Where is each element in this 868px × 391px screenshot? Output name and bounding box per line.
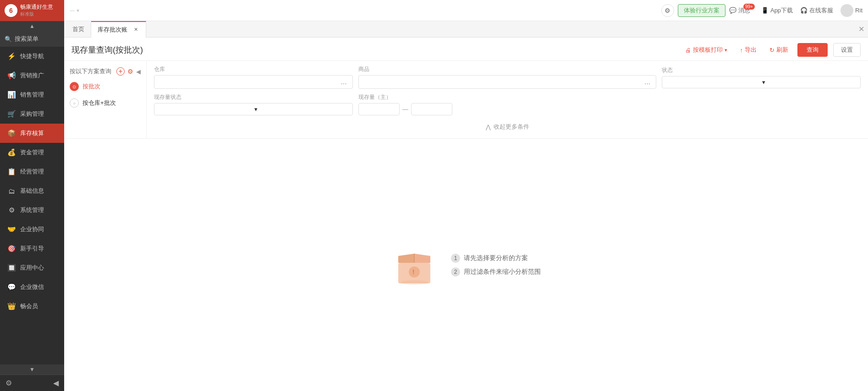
warehouse-input[interactable] [158,79,337,86]
quantity-from-input[interactable] [358,103,400,115]
sidebar-item-guide[interactable]: 🎯 新手引导 [0,239,64,258]
svg-point-6 [401,280,428,285]
purchase-icon: 🛒 [7,110,16,118]
sidebar-item-finance[interactable]: 💰 资金管理 [0,143,64,162]
scheme-by-warehouse-batch[interactable]: ○ 按仓库+批次 [64,95,146,111]
headset-icon: 🎧 [800,7,808,14]
quantity-to-input[interactable] [411,103,452,115]
filter-sidebar-header: 按以下方案查询 + ⚙ ◀ [64,65,146,78]
refresh-label: 刷新 [776,46,788,54]
collapse-filters-button[interactable]: ⋀ 收起更多条件 [154,120,861,134]
inventory-status-field: 现存量状态 ▾ [154,93,353,115]
quick-nav-icon: ⚡ [7,52,16,60]
apps-icon: 🔲 [7,264,16,272]
print-button[interactable]: 🖨 按模板打印 ▾ [681,44,731,56]
wechat-icon: 💬 [7,283,16,291]
breadcrumb-text: ··· [70,7,75,14]
status-chevron-icon: ▾ [762,79,857,86]
warehouse-dots[interactable]: ... [339,78,348,86]
scheme-active-icon: ⊙ [70,82,79,91]
sidebar-header: 6 畅康通好生意 标准版 [0,0,64,21]
query-button[interactable]: 查询 [797,43,828,57]
sidebar-item-label: 营销推广 [20,71,44,80]
sidebar-item-label: 快捷导航 [20,52,44,60]
filter-container: 按以下方案查询 + ⚙ ◀ ⊙ 按批次 [64,61,868,139]
breadcrumb-arrow: ▾ [77,7,79,14]
tabs-close-panel: ✕ [858,25,868,33]
app-subtitle: 标准版 [20,11,53,17]
quantity-main-label: 现存量（主） [358,93,657,101]
filter-row-1: 仓库 ... 商品 ... [154,65,861,89]
refresh-icon: ↻ [769,47,775,54]
page-panel: 现存量查询(按批次) 🖨 按模板打印 ▾ ↑ 导出 ↻ 刷新 [64,38,868,391]
inventory-status-select[interactable]: ▾ [154,103,353,115]
empty-hint-1: 1 请先选择要分析的方案 [451,254,541,263]
sidebar-footer: ⚙ ◀ [0,375,64,391]
print-label: 按模板打印 [693,46,723,54]
sidebar-item-marketing[interactable]: 📢 营销推广 [0,66,64,85]
export-button[interactable]: ↑ 导出 [736,44,761,56]
sidebar-item-inventory[interactable]: 📦 库存核算 [0,124,64,143]
print-dropdown-icon[interactable]: ▾ [725,47,727,53]
sidebar-scroll-up[interactable]: ▲ [0,21,64,31]
collapse-sidebar-icon[interactable]: ◀ [53,379,59,387]
sidebar-item-operations[interactable]: 📋 经营管理 [0,162,64,181]
status-label: 状态 [662,66,861,74]
topbar: ··· ▾ ⚙ 体验行业方案 💬 消息 99+ 📱 App下载 🎧 在线客服 [64,0,868,21]
product-input[interactable] [363,79,641,86]
empty-hint-2-text: 用过滤条件来缩小分析范围 [464,268,541,276]
tab-inventory-batch-label: 库存批次账 [98,26,127,34]
settings-button[interactable]: 设置 [833,43,861,57]
sidebar-item-quick-nav[interactable]: ⚡ 快捷导航 [0,47,64,66]
guide-icon: 🎯 [7,244,16,253]
tab-close-button[interactable]: ✕ [132,26,139,33]
product-input-wrap[interactable]: ... [358,75,657,89]
scheme-by-warehouse-batch-label: 按仓库+批次 [82,99,116,107]
sidebar-item-purchase[interactable]: 🛒 采购管理 [0,104,64,124]
online-service-button[interactable]: 🎧 在线客服 [800,6,833,15]
messages-button[interactable]: 💬 消息 99+ [729,6,750,15]
trial-button[interactable]: 体验行业方案 [678,4,725,17]
product-dots[interactable]: ... [643,78,652,86]
sidebar: 6 畅康通好生意 标准版 ▲ 🔍 搜索菜单 ⚡ 快捷导航 📢 营销推广 📊 销售… [0,0,64,391]
scheme-title: 按以下方案查询 [70,67,111,76]
sidebar-item-basics[interactable]: 🗂 基础信息 [0,181,64,201]
refresh-button[interactable]: ↻ 刷新 [766,44,792,56]
tab-inventory-batch[interactable]: 库存批次账 ✕ [91,21,146,38]
sidebar-item-label: 基础信息 [20,187,44,195]
sidebar-item-label: 库存核算 [20,129,44,137]
add-scheme-icon[interactable]: + [116,67,125,76]
tab-home[interactable]: 首页 [66,21,91,38]
scheme-collapse-icon[interactable]: ◀ [136,68,141,75]
sidebar-scroll-down[interactable]: ▼ [0,364,64,375]
topbar-gear-button[interactable]: ⚙ [661,4,674,17]
collapse-up-icon: ⋀ [486,124,491,130]
sidebar-item-wechat[interactable]: 💬 企业微信 [0,277,64,297]
sidebar-item-enterprise[interactable]: 🤝 企业协同 [0,220,64,239]
scheme-by-batch[interactable]: ⊙ 按批次 [64,78,146,95]
status-select[interactable]: ▾ [662,76,861,88]
empty-num-2: 2 [451,267,460,277]
scheme-settings-icon[interactable]: ⚙ [127,68,133,75]
export-icon: ↑ [740,47,743,54]
content-area: 现存量查询(按批次) 🖨 按模板打印 ▾ ↑ 导出 ↻ 刷新 [64,38,868,391]
user-profile[interactable]: Rit [841,4,863,17]
quantity-dash: — [402,106,408,113]
member-icon: 👑 [7,302,16,310]
sidebar-item-system[interactable]: ⚙ 系统管理 [0,201,64,220]
product-field: 商品 ... [358,65,657,89]
sidebar-item-sales[interactable]: 📊 销售管理 [0,85,64,104]
sidebar-item-label: 新手引导 [20,244,44,253]
sidebar-item-apps[interactable]: 🔲 应用中心 [0,258,64,277]
warehouse-input-wrap[interactable]: ... [154,75,353,89]
user-name: Rit [855,7,863,14]
collapse-label: 收起更多条件 [494,123,529,131]
close-all-icon[interactable]: ✕ [858,25,864,33]
svg-marker-2 [414,254,430,263]
phone-icon: 📱 [761,7,769,14]
breadcrumb: ··· ▾ [70,7,658,14]
sidebar-item-member[interactable]: 👑 畅会员 [0,297,64,316]
settings-footer-icon[interactable]: ⚙ [5,379,12,387]
search-menu[interactable]: 🔍 搜索菜单 [0,31,64,47]
app-download-button[interactable]: 📱 App下载 [761,6,793,15]
